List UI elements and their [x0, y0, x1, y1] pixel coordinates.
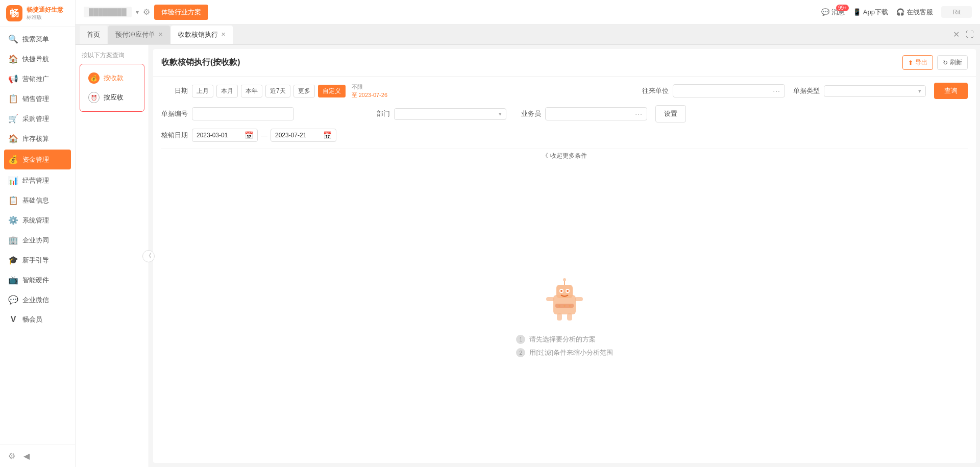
- topbar: ████████ ▾ ⚙ 体验行业方案 💬 消息 99+ 📱 App下载 🎧 在…: [76, 0, 980, 24]
- counterpart-dots-icon[interactable]: ···: [773, 87, 780, 95]
- member-icon: V: [8, 315, 18, 324]
- sales-icon: 📋: [8, 94, 18, 104]
- sidebar: 畅 畅捷通好生意 标准版 🔍 搜索菜单 🏠 快捷导航 📢 营销推广 📋 销售管理…: [0, 0, 76, 467]
- setting-button[interactable]: 设置: [655, 105, 686, 122]
- date-btn-last-month[interactable]: 上月: [192, 85, 213, 97]
- topbar-right-user: Rit: [941, 6, 972, 18]
- sidebar-logo: 畅 畅捷通好生意 标准版: [0, 0, 75, 27]
- sidebar-item-wechat[interactable]: 💬 企业微信: [0, 290, 75, 310]
- app-icon: 📱: [853, 8, 861, 16]
- maximize-tab-icon[interactable]: ⛶: [964, 28, 976, 41]
- staff-label: 业务员: [514, 109, 541, 118]
- panel-header: 收款核销执行(按收款) ⬆ 导出 ↻ 刷新: [153, 49, 976, 77]
- dept-select[interactable]: ▾: [394, 108, 506, 120]
- sidebar-item-search[interactable]: 🔍 搜索菜单: [0, 29, 75, 49]
- date-btn-this-year[interactable]: 本年: [241, 85, 262, 97]
- dept-arrow-icon[interactable]: ▾: [499, 111, 502, 117]
- basic-icon: 📋: [8, 195, 18, 205]
- sidebar-item-purchase[interactable]: 🛒 采购管理: [0, 109, 75, 129]
- form-row-3: 核销日期 📅 — 📅: [161, 129, 968, 142]
- tab-receipts[interactable]: 收款核销执行 ✕: [171, 26, 233, 44]
- counterpart-select[interactable]: ···: [673, 84, 785, 97]
- tabbar-actions: ✕ ⛶: [951, 28, 980, 41]
- guide-icon: 🎓: [8, 255, 18, 265]
- refresh-button[interactable]: ↻ 刷新: [937, 55, 968, 70]
- filter-by-receivable[interactable]: ⏰ 按应收: [80, 88, 144, 107]
- bill-type-arrow-icon[interactable]: ▾: [918, 88, 921, 94]
- receivable-icon: ⏰: [88, 92, 100, 103]
- inventory-icon: 🏠: [8, 134, 18, 143]
- settings-footer-icon[interactable]: ⚙: [8, 451, 15, 461]
- industry-btn[interactable]: 体验行业方案: [154, 5, 208, 20]
- service-icon: 🎧: [896, 8, 904, 16]
- verify-date-start-calendar-icon[interactable]: 📅: [244, 131, 253, 139]
- sidebar-item-member[interactable]: V 畅会员: [0, 310, 75, 329]
- filter-options-border: 💰 按收款 ⏰ 按应收: [80, 64, 144, 112]
- close-prepay-tab-icon[interactable]: ✕: [158, 31, 163, 38]
- chevron-down-icon[interactable]: ▾: [136, 9, 139, 16]
- empty-tip-1: 1 请先选择要分析的方案: [516, 335, 612, 344]
- verify-date-group: 核销日期 📅 — 📅: [161, 129, 336, 142]
- sidebar-nav: 🔍 搜索菜单 🏠 快捷导航 📢 营销推广 📋 销售管理 🛒 采购管理 🏠 库存核…: [0, 27, 75, 445]
- bill-type-group: 单据类型 ▾: [793, 85, 926, 97]
- staff-dots-icon[interactable]: ···: [635, 110, 643, 118]
- svg-rect-11: [567, 313, 572, 321]
- sidebar-item-funds[interactable]: 💰 资金管理: [4, 150, 71, 169]
- main-area: ████████ ▾ ⚙ 体验行业方案 💬 消息 99+ 📱 App下载 🎧 在…: [76, 0, 980, 467]
- sidebar-item-basic[interactable]: 📋 基础信息: [0, 190, 75, 210]
- date-to-hint: 至 2023-07-26: [352, 91, 387, 99]
- home-icon: 🏠: [8, 54, 18, 64]
- megaphone-icon: 📢: [8, 74, 18, 84]
- gear-icon[interactable]: ⚙: [143, 7, 150, 17]
- dept-label: 部门: [363, 109, 390, 118]
- empty-tip-2: 2 用[过滤]条件来缩小分析范围: [516, 348, 612, 357]
- svg-point-4: [560, 290, 562, 292]
- date-btn-custom[interactable]: 自定义: [318, 85, 346, 97]
- filter-by-receipt[interactable]: 💰 按收款: [80, 68, 144, 88]
- svg-rect-9: [575, 297, 583, 301]
- close-tab-icon[interactable]: ✕: [951, 28, 962, 41]
- sidebar-item-system[interactable]: ⚙️ 系统管理: [0, 210, 75, 230]
- export-icon: ⬆: [908, 59, 913, 66]
- collapse-filter-btn[interactable]: 《: [142, 250, 155, 262]
- sidebar-item-sales[interactable]: 📋 销售管理: [0, 89, 75, 109]
- filter-sidebar-title: 按以下方案查询: [76, 51, 149, 64]
- verify-date-start-input[interactable]: [197, 132, 242, 139]
- date-btn-7days[interactable]: 近7天: [265, 85, 290, 97]
- sidebar-item-marketing[interactable]: 📢 营销推广: [0, 69, 75, 89]
- no-limit-hint: 不限: [352, 83, 387, 91]
- collapse-more-btn[interactable]: 《 收起更多条件: [161, 148, 968, 163]
- staff-select[interactable]: ···: [545, 107, 647, 120]
- sidebar-item-hardware[interactable]: 📺 智能硬件: [0, 270, 75, 290]
- online-service-btn[interactable]: 🎧 在线客服: [896, 8, 933, 17]
- date-btn-this-month[interactable]: 本月: [216, 85, 238, 97]
- sidebar-item-guide[interactable]: 🎓 新手引导: [0, 250, 75, 270]
- sidebar-item-operation[interactable]: 📊 经营管理: [0, 170, 75, 190]
- svg-point-13: [558, 305, 560, 307]
- svg-rect-8: [546, 297, 554, 301]
- sidebar-footer: ⚙ ◀: [0, 445, 75, 467]
- purchase-icon: 🛒: [8, 114, 18, 124]
- sidebar-item-quicknav[interactable]: 🏠 快捷导航: [0, 49, 75, 69]
- funds-icon: 💰: [8, 155, 18, 164]
- message-btn[interactable]: 💬 消息 99+: [821, 8, 845, 17]
- sidebar-item-enterprise[interactable]: 🏢 企业协同: [0, 230, 75, 250]
- verify-date-end-calendar-icon[interactable]: 📅: [323, 131, 332, 139]
- sidebar-item-inventory[interactable]: 🏠 库存核算: [0, 129, 75, 149]
- collapse-sidebar-icon[interactable]: ◀: [23, 451, 30, 461]
- collapse-chevron-icon: 《: [542, 152, 548, 160]
- svg-point-14: [564, 305, 566, 307]
- date-btn-more[interactable]: 更多: [293, 85, 315, 97]
- tab-prepay[interactable]: 预付冲应付单 ✕: [108, 26, 170, 44]
- export-button[interactable]: ⬆ 导出: [902, 55, 933, 70]
- verify-date-end-input[interactable]: [275, 132, 321, 139]
- query-button[interactable]: 查询: [934, 83, 968, 99]
- tab-home[interactable]: 首页: [80, 26, 107, 44]
- wechat-icon: 💬: [8, 295, 18, 305]
- app-download-btn[interactable]: 📱 App下载: [853, 8, 888, 17]
- bill-type-select[interactable]: ▾: [824, 85, 926, 97]
- close-receipts-tab-icon[interactable]: ✕: [221, 31, 226, 38]
- bill-no-input[interactable]: [192, 107, 294, 120]
- form-row-1: 日期 上月 本月 本年 近7天 更多 自定义 不限 至 2023-07-26: [161, 83, 968, 99]
- panel-actions: ⬆ 导出 ↻ 刷新: [902, 55, 968, 70]
